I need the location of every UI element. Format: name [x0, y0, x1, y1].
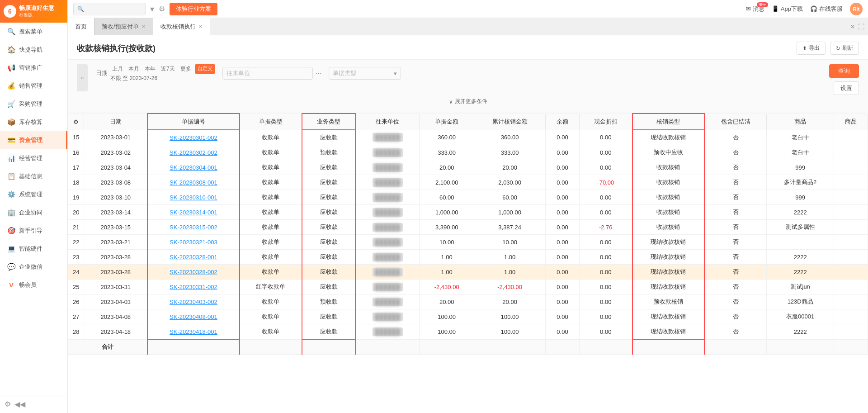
- col-goods1[interactable]: 商品: [767, 114, 834, 130]
- collapse-icon[interactable]: ◀◀: [14, 400, 25, 408]
- sidebar-item-marketing[interactable]: 📢 营销推广: [0, 59, 67, 77]
- col-date[interactable]: 日期: [84, 114, 147, 130]
- doc-no-link[interactable]: SK-20230418-001: [170, 328, 217, 335]
- online-service-button[interactable]: 🎧 在线客服: [810, 5, 843, 13]
- query-button[interactable]: 查询: [829, 64, 859, 78]
- date-7days[interactable]: 近7天: [159, 64, 177, 74]
- cell-date: 2023-04-18: [84, 324, 147, 340]
- col-verified[interactable]: 累计核销金额: [474, 114, 546, 130]
- table-row: 22 2023-03-21 SK-20230321-003 收款单 应收款 ██…: [68, 235, 868, 250]
- cell-doc-no: SK-20230328-002: [147, 265, 239, 280]
- sidebar-item-label: 库存核算: [19, 118, 42, 126]
- date-this-month[interactable]: 本月: [127, 64, 141, 74]
- doc-no-link[interactable]: SK-20230321-003: [170, 239, 217, 246]
- table-row: 16 2023-03-02 SK-20230302-002 收款单 预收款 ██…: [68, 145, 868, 160]
- counterparty-input[interactable]: 往来单位: [222, 67, 313, 80]
- sidebar-item-operation[interactable]: 📊 经营管理: [0, 149, 67, 167]
- sidebar-item-hardware[interactable]: 💻 智能硬件: [0, 240, 67, 258]
- solution-button[interactable]: 体验行业方案: [170, 3, 217, 15]
- member-icon: V: [7, 281, 15, 289]
- sidebar-item-purchase[interactable]: 🛒 采购管理: [0, 95, 67, 113]
- tab-verification[interactable]: 收款核销执行 ✕: [153, 18, 210, 35]
- footer-verified: [474, 339, 546, 354]
- col-goods2[interactable]: 商品: [834, 114, 868, 130]
- table-row: 17 2023-03-04 SK-20230304-001 收款单 应收款 ██…: [68, 160, 868, 175]
- sidebar-item-search[interactable]: 🔍 搜索菜单: [0, 23, 67, 41]
- cell-doc-type: 收款单: [240, 160, 302, 175]
- filter-settings-button[interactable]: 设置: [834, 81, 859, 95]
- cell-date: 2023-04-03: [84, 294, 147, 309]
- doc-no-link[interactable]: SK-20230403-002: [170, 299, 217, 305]
- col-doc-no[interactable]: 单据编号: [147, 114, 239, 130]
- sidebar-item-wechat[interactable]: 💬 企业微信: [0, 258, 67, 276]
- cell-no: 21: [68, 220, 84, 235]
- logo-icon: 6: [4, 5, 16, 18]
- export-button[interactable]: ⬆ 导出: [797, 42, 826, 55]
- doc-no-link[interactable]: SK-20230314-001: [170, 209, 217, 216]
- tab-home[interactable]: 首页: [68, 18, 94, 35]
- cell-doc-no: SK-20230408-001: [147, 309, 239, 324]
- sidebar-item-enterprise[interactable]: 🏢 企业协同: [0, 204, 67, 222]
- doc-no-link[interactable]: SK-20230304-001: [170, 164, 217, 171]
- doc-no-link[interactable]: SK-20230331-002: [170, 284, 217, 290]
- col-verify-type[interactable]: 核销类型: [632, 114, 704, 130]
- cell-doc-no: SK-20230308-001: [147, 175, 239, 190]
- cell-doc-type: 收款单: [240, 324, 302, 340]
- cell-balance: 0.00: [546, 175, 580, 190]
- col-biz-type[interactable]: 业务类型: [302, 114, 355, 130]
- expand-tab-icon[interactable]: ⛶: [858, 23, 864, 30]
- date-this-year[interactable]: 本年: [143, 64, 157, 74]
- expand-bar[interactable]: ∨ 展开更多条件: [77, 95, 859, 108]
- col-partner[interactable]: 往来单位: [355, 114, 420, 130]
- tab-prepay[interactable]: 预收/预应付单 ✕: [94, 18, 153, 35]
- date-more[interactable]: 更多: [179, 64, 193, 74]
- sidebar: 6 畅康道好生意 标推版 🔍 搜索菜单 🏠 快捷导航 📢 营销推广 💰 销售管理…: [0, 0, 68, 413]
- cell-partner: ██████: [355, 130, 420, 145]
- footer-biz-type: [302, 339, 355, 354]
- doc-no-link[interactable]: SK-20230315-002: [170, 224, 217, 231]
- cell-doc-type: 收款单: [240, 250, 302, 265]
- app-download-button[interactable]: 📱 App下载: [772, 5, 803, 13]
- col-discount[interactable]: 现金折扣: [579, 114, 632, 130]
- sidebar-item-capital[interactable]: 💳 资金管理: [0, 131, 67, 149]
- doc-no-link[interactable]: SK-20230308-001: [170, 179, 217, 186]
- sidebar-item-guide[interactable]: 🎯 新手引导: [0, 222, 67, 240]
- date-custom[interactable]: 自定义: [195, 64, 215, 74]
- tab-prepay-close[interactable]: ✕: [142, 24, 146, 29]
- doc-no-link[interactable]: SK-20230408-001: [170, 313, 217, 320]
- sidebar-item-quick[interactable]: 🏠 快捷导航: [0, 41, 67, 59]
- doc-no-link[interactable]: SK-20230301-002: [170, 134, 217, 141]
- col-settled[interactable]: 包含已结清: [704, 114, 767, 130]
- refresh-button[interactable]: ↻ 刷新: [830, 42, 859, 55]
- cell-settled: 否: [704, 160, 767, 175]
- filter-collapse-btn[interactable]: »: [77, 64, 88, 91]
- topbar-search[interactable]: 🔍: [73, 3, 146, 15]
- sidebar-item-sales[interactable]: 💰 销售管理: [0, 77, 67, 95]
- notification-button[interactable]: ✉ 消息 99+: [746, 5, 764, 13]
- sidebar-item-member[interactable]: V 畅会员: [0, 276, 67, 294]
- col-balance[interactable]: 余额: [546, 114, 580, 130]
- filter-dots[interactable]: ···: [316, 69, 321, 77]
- sidebar-item-basic[interactable]: 📋 基础信息: [0, 167, 67, 185]
- doc-no-link[interactable]: SK-20230328-002: [170, 269, 217, 275]
- avatar[interactable]: Rit: [850, 3, 863, 15]
- col-amount[interactable]: 单据金额: [420, 114, 474, 130]
- doc-no-link[interactable]: SK-20230310-001: [170, 194, 217, 201]
- gear-icon[interactable]: ⚙: [159, 5, 165, 13]
- col-doc-type[interactable]: 单据类型: [240, 114, 302, 130]
- sidebar-item-inventory[interactable]: 📦 库存核算: [0, 113, 67, 131]
- doc-no-link[interactable]: SK-20230328-001: [170, 254, 217, 261]
- doc-no-link[interactable]: SK-20230302-002: [170, 149, 217, 156]
- table-wrapper[interactable]: ⚙ 日期 单据编号 单据类型 业务类型 往来单位 单据金额 累计核销金额 余额 …: [68, 113, 868, 413]
- col-settings[interactable]: ⚙: [68, 114, 84, 130]
- cell-doc-no: SK-20230403-002: [147, 294, 239, 309]
- sidebar-item-system[interactable]: ⚙️ 系统管理: [0, 185, 67, 204]
- voucher-type-select[interactable]: 单据类型 ▾: [329, 67, 401, 80]
- settings-bottom-icon[interactable]: ⚙: [5, 400, 11, 408]
- cell-doc-type: 收款单: [240, 145, 302, 160]
- close-tab-icon[interactable]: ✕: [850, 23, 855, 30]
- tab-verification-close[interactable]: ✕: [198, 24, 203, 29]
- date-last-month[interactable]: 上月: [110, 64, 125, 74]
- chevron-down-icon[interactable]: ▾: [150, 4, 154, 14]
- cell-doc-no: SK-20230328-001: [147, 250, 239, 265]
